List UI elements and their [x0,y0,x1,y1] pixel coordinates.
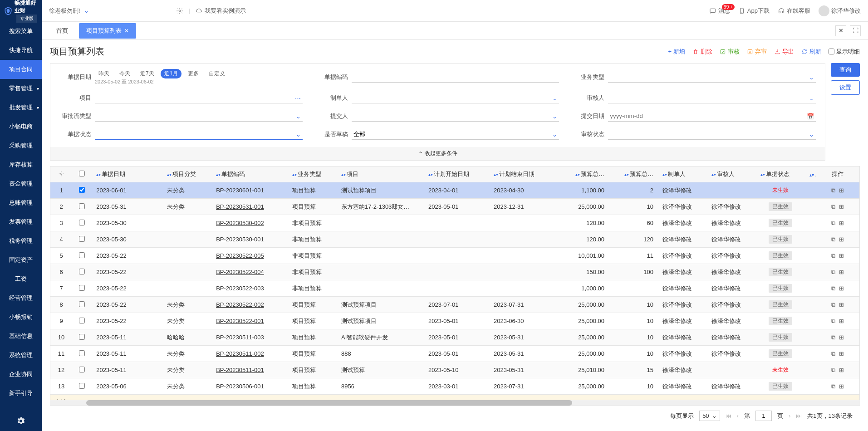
fullscreen-button[interactable]: ⛶ [850,25,861,36]
chevron-down-icon[interactable]: ⌄ [296,113,301,119]
more-icon[interactable]: ⊞ [839,203,844,211]
more-icon[interactable]: ⊞ [839,285,844,292]
last-page-button[interactable]: ⏭ [796,412,802,419]
date-pill-5[interactable]: 自定义 [205,69,229,78]
more-icon[interactable]: ⊞ [839,367,844,374]
chevron-down-icon[interactable]: ⌄ [296,131,301,137]
more-icon[interactable]: ⊞ [839,220,844,227]
code-link[interactable]: BP-20230531-001 [216,203,264,210]
filter-draft-input[interactable] [352,129,559,139]
code-link[interactable]: BP-20230522-004 [216,269,264,275]
sidebar-settings[interactable] [0,412,42,431]
abandon-button[interactable]: 弃审 [747,48,767,56]
date-pill-1[interactable]: 今天 [116,69,134,78]
code-link[interactable]: BP-20230522-001 [216,318,264,324]
tab-0[interactable]: 首页 [49,23,75,39]
col-cnt[interactable]: ▴▾预算总… [609,167,658,182]
filter-auditor-input[interactable] [608,93,816,103]
delete-button[interactable]: 删除 [692,48,712,56]
code-link[interactable]: BP-20230601-001 [216,187,264,194]
next-page-button[interactable]: › [789,412,790,419]
more-icon[interactable]: ⊞ [839,350,844,358]
col-status[interactable]: ▴▾单据状态 [756,167,805,182]
horizontal-scrollbar[interactable] [50,400,860,406]
col-maker[interactable]: ▴▾制单人 [658,167,707,182]
sidebar-item-13[interactable]: 工资 [0,269,42,289]
sidebar-item-16[interactable]: 基础信息 [0,327,42,346]
col-category[interactable]: ▴▾项目分类 [162,167,211,182]
tab-1[interactable]: 项目预算列表✕ [79,23,136,39]
export-button[interactable]: 导出 [774,48,794,56]
sidebar-item-12[interactable]: 固定资产 [0,250,42,269]
more-icon[interactable]: ⊞ [839,383,844,390]
filter-biztype-input[interactable] [608,72,816,82]
filter-submitdate-input[interactable] [608,111,816,121]
view-icon[interactable]: ⧉ [831,203,835,211]
sidebar-item-18[interactable]: 企业协同 [0,365,42,384]
date-pill-0[interactable]: 昨天 [95,69,113,78]
sidebar-item-14[interactable]: 经营管理 [0,289,42,308]
filter-docstatus-input[interactable] [95,129,303,139]
page-size-select[interactable]: 50 ⌄ [699,411,720,421]
col-checkbox[interactable] [72,167,92,182]
sidebar-item-7[interactable]: 库存核算 [0,155,42,174]
table-row[interactable]: 12 2023-05-11 未分类 BP-20230511-001 项目预算 测… [50,362,859,378]
view-icon[interactable]: ⧉ [831,301,835,309]
user-menu[interactable]: 徐泽华修改 [819,5,861,16]
table-row[interactable]: 6 2023-05-22 BP-20230522-004 非项目预算 150.0… [50,264,859,280]
col-end[interactable]: ▴▾计划结束日期 [489,167,554,182]
sidebar-item-0[interactable]: 搜索菜单 [0,22,42,41]
filter-flowtype-input[interactable] [95,111,303,121]
col-biztype[interactable]: ▴▾业务类型 [288,167,337,182]
view-icon[interactable]: ⧉ [831,383,835,390]
table-row[interactable]: 4 2023-05-30 BP-20230530-001 非项目预算 120.0… [50,231,859,248]
more-icon[interactable]: ⊞ [839,236,844,243]
more-icon[interactable]: ⊞ [839,252,844,260]
view-icon[interactable]: ⧉ [831,285,835,292]
sidebar-item-3[interactable]: 零售管理▾ [0,79,42,98]
sidebar-item-6[interactable]: 采购管理 [0,136,42,155]
code-link[interactable]: BP-20230530-002 [216,220,264,226]
query-button[interactable]: 查询 [831,63,860,77]
filter-project-input[interactable] [95,93,303,103]
table-row[interactable]: 5 2023-05-22 BP-20230522-005 非项目预算 10,00… [50,248,859,264]
table-row[interactable]: 11 2023-05-11 未分类 BP-20230511-002 项目预算 8… [50,346,859,362]
messages-button[interactable]: 消息 99 + [709,7,730,15]
demo-button[interactable]: 我要看实例演示 [196,7,246,15]
col-code[interactable]: ▴▾单据编码 [211,167,288,182]
table-row[interactable]: 9 2023-05-22 未分类 BP-20230522-001 项目预算 测试… [50,313,859,329]
view-icon[interactable]: ⧉ [831,318,835,325]
filter-auditstatus-input[interactable] [608,129,816,139]
view-icon[interactable]: ⧉ [831,220,835,227]
more-icon[interactable]: ⊞ [839,301,844,309]
date-pill-3[interactable]: 近1月 [161,69,182,78]
view-icon[interactable]: ⧉ [831,269,835,276]
chevron-down-icon[interactable]: ⌄ [552,113,557,119]
view-icon[interactable]: ⧉ [831,252,835,260]
view-icon[interactable]: ⧉ [831,367,835,374]
chevron-down-icon[interactable]: ⌄ [809,94,814,101]
sidebar-item-15[interactable]: 小畅报销 [0,308,42,327]
collapse-filter-button[interactable]: ⌃ 收起更多条件 [50,147,825,160]
ellipsis-icon[interactable]: ⋯ [295,94,301,101]
add-button[interactable]: +新增 [668,48,685,56]
code-link[interactable]: BP-20230522-005 [216,252,264,259]
refresh-button[interactable]: 刷新 [801,48,821,56]
table-row[interactable]: 7 2023-05-22 BP-20230522-003 非项目预算 1,000… [50,280,859,297]
code-link[interactable]: BP-20230511-002 [216,350,264,357]
filter-submitter-input[interactable] [352,111,559,121]
sidebar-item-10[interactable]: 发票管理 [0,212,42,231]
table-row[interactable]: 8 2023-05-22 未分类 BP-20230522-002 项目预算 测试… [50,297,859,313]
chevron-down-icon[interactable]: ⌄ [809,73,814,80]
show-detail-checkbox[interactable]: 显示明细 [829,48,860,56]
code-link[interactable]: BP-20230511-001 [216,367,264,373]
chevron-down-icon[interactable]: ⌄ [552,131,557,137]
view-icon[interactable]: ⧉ [831,350,835,358]
org-selector[interactable]: 徐老板勿删! ⌄ [49,7,171,15]
chevron-down-icon[interactable]: ⌄ [809,131,814,137]
col-settings[interactable] [50,167,72,182]
filter-code-input[interactable] [352,72,559,82]
audit-button[interactable]: 审核 [720,48,740,56]
sidebar-item-4[interactable]: 批发管理▾ [0,98,42,117]
sidebar-item-2[interactable]: 项目合同 [0,60,42,79]
